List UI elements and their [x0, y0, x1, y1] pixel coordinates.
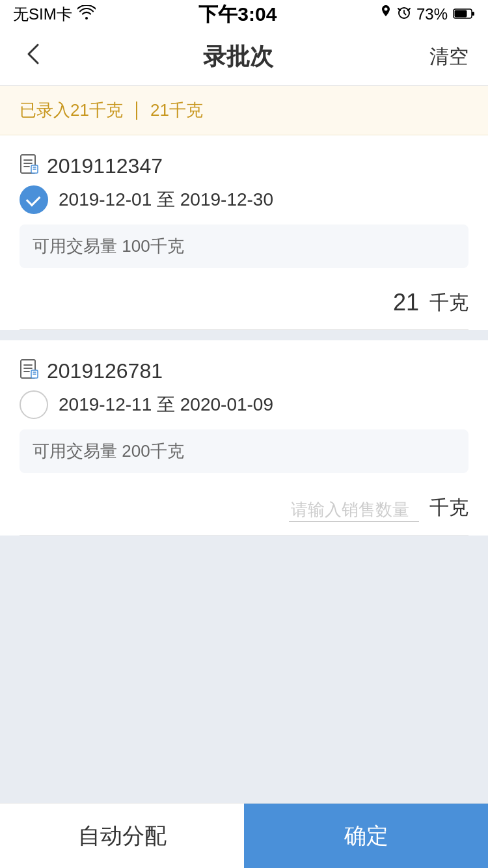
batch-id-1: 2019112347 [47, 154, 163, 178]
location-icon [380, 5, 392, 23]
radio-1[interactable] [20, 185, 48, 214]
availability-2: 可用交易量 200千克 [20, 429, 468, 473]
status-left: 无SIM卡 [13, 4, 96, 25]
clear-button[interactable]: 清空 [429, 44, 468, 70]
page-title: 录批次 [203, 41, 273, 73]
wifi-icon [77, 5, 96, 23]
status-bar: 无SIM卡 下午3:04 [0, 0, 488, 29]
auto-distribute-button[interactable]: 自动分配 [0, 804, 244, 868]
section-divider [0, 330, 488, 340]
date-range-1: 2019-12-01 至 2019-12-30 [59, 187, 273, 212]
batch-card-2: 2019126781 2019-12-11 至 2020-01-09 可用交易量… [0, 340, 488, 536]
bottom-space [0, 536, 488, 822]
status-time: 下午3:04 [198, 1, 277, 28]
carrier-text: 无SIM卡 [13, 4, 72, 25]
status-right: 73% [380, 5, 475, 23]
banner-divider [136, 102, 137, 120]
battery-text: 73% [416, 5, 448, 23]
batch-header-1: 2019112347 [0, 135, 488, 185]
confirm-button[interactable]: 确定 [244, 804, 488, 868]
alarm-icon [397, 5, 411, 23]
quantity-row-2: 千克 [0, 483, 488, 535]
quantity-unit-1: 千克 [429, 290, 468, 316]
batch-header-2: 2019126781 [0, 340, 488, 390]
bottom-bar: 自动分配 确定 [0, 803, 488, 868]
svg-rect-2 [472, 12, 474, 16]
quantity-value-1: 21 [393, 289, 419, 316]
quantity-unit-2: 千克 [429, 495, 468, 521]
radio-2[interactable] [20, 390, 48, 419]
batch-card-1: 2019112347 2019-12-01 至 2019-12-30 可用交易量… [0, 135, 488, 330]
batch-doc-icon-1 [20, 154, 39, 179]
nav-bar: 录批次 清空 [0, 29, 488, 86]
batch-select-row-1[interactable]: 2019-12-01 至 2019-12-30 [0, 185, 488, 224]
quantity-input-2[interactable] [289, 494, 419, 522]
availability-1: 可用交易量 100千克 [20, 224, 468, 268]
info-banner: 已录入21千克 21千克 [0, 86, 488, 135]
back-button[interactable] [20, 36, 47, 78]
batch-id-2: 2019126781 [47, 359, 163, 383]
svg-rect-3 [454, 10, 467, 18]
date-range-2: 2019-12-11 至 2020-01-09 [59, 392, 273, 417]
recorded-label: 已录入21千克 [20, 99, 123, 122]
batch-select-row-2[interactable]: 2019-12-11 至 2020-01-09 [0, 390, 488, 429]
recorded-value: 21千克 [150, 99, 203, 122]
battery-icon [453, 5, 475, 23]
batch-doc-icon-2 [20, 359, 39, 384]
quantity-row-1: 21 千克 [0, 278, 488, 329]
